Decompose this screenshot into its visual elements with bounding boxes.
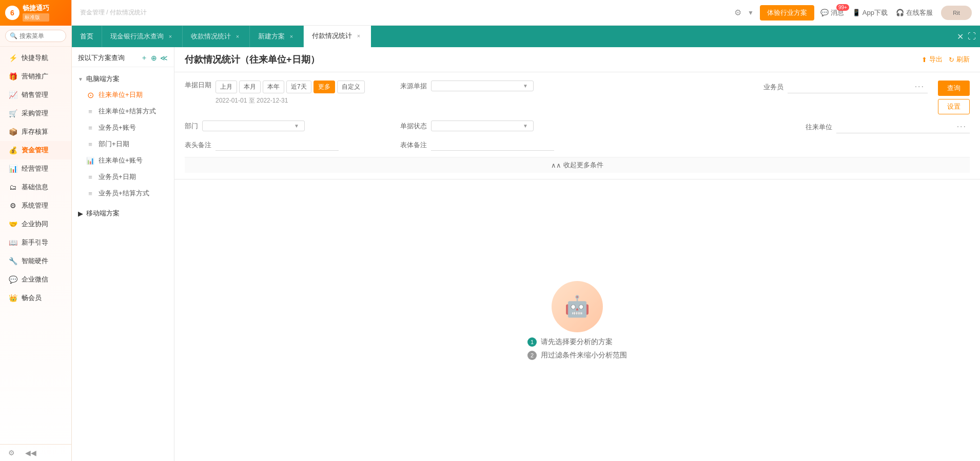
messages-button[interactable]: 💬 消息 99+ [820,8,844,17]
collapse-filter-button[interactable]: ∧∧ 收起更多条件 [185,157,970,173]
tab-receipt[interactable]: 收款情况统计 × [183,26,250,47]
sidebar-item-member[interactable]: 👑 畅会员 [0,289,71,307]
topbar-right: 💬 消息 99+ 📱 App下载 🎧 在线客服 Rit [820,6,972,20]
page-title: 付款情况统计（往来单位+日期） [185,53,320,66]
pc-scheme-title[interactable]: ▼ 电脑端方案 [72,71,174,87]
body-note-input[interactable] [431,139,554,151]
online-service-button[interactable]: 🎧 在线客服 [896,8,933,17]
dept-group: 部门 ▼ [185,121,390,131]
inventory-icon: 📦 [8,128,17,136]
sidebar-label-basic: 基础信息 [22,183,48,192]
add-scheme-icon[interactable]: ＋ [141,53,148,63]
topbar-dropdown-icon[interactable]: ▼ [748,9,754,16]
sidebar-label-weixin: 企业微信 [22,275,48,284]
partner-date-icon: ⊙ [86,91,94,99]
maximize-window-icon[interactable]: ⛶ [968,32,976,41]
settings-footer-icon[interactable]: ⚙ [8,449,15,457]
sidebar-label-sales: 销售管理 [22,90,48,99]
service-icon: 🎧 [896,9,904,16]
enterprise-icon: 🤝 [8,220,17,228]
tab-window-buttons: ✕ ⛶ [953,26,980,47]
partner-ellipsis-btn[interactable]: ··· [957,122,967,131]
collapse-sidebar-icon[interactable]: ◀◀ [25,449,36,457]
close-window-icon[interactable]: ✕ [957,32,964,42]
tab-new-scheme-close[interactable]: × [288,33,295,40]
collapse-panel-icon[interactable]: ≪ [160,54,168,62]
staff-input-area: ··· [788,81,928,93]
scheme-item-partner-account[interactable]: 📊 往来单位+账号 [72,152,174,169]
app-download-button[interactable]: 📱 App下载 [852,8,888,17]
partner-input-area: ··· [836,121,970,133]
dept-date-label: 部门+日期 [99,139,129,149]
topbar-settings-icon[interactable]: ⚙ [734,8,741,17]
sidebar-item-basic[interactable]: 🗂 基础信息 [0,178,71,196]
system-icon: ⚙ [8,202,17,210]
sidebar-item-finance[interactable]: 💰 资金管理 [0,141,71,159]
app-download-label: App下载 [863,8,888,17]
search-input[interactable] [19,32,61,39]
sidebar-item-sales[interactable]: 📈 销售管理 [0,86,71,104]
sidebar-item-inventory[interactable]: 📦 库存核算 [0,123,71,141]
query-button[interactable]: 查询 [938,81,970,96]
sidebar-nav: ⚡ 快捷导航 🎁 营销推广 📈 销售管理 🛒 采购管理 📦 库存核算 💰 资金管… [0,47,71,444]
tab-new-scheme[interactable]: 新建方案 × [250,26,304,47]
search-box[interactable]: 🔍 [5,30,66,42]
refresh-icon: ↻ [949,56,954,64]
sidebar-item-operations[interactable]: 📊 经营管理 [0,159,71,178]
sales-icon: 📈 [8,91,17,99]
sidebar-item-system[interactable]: ⚙ 系统管理 [0,196,71,215]
staff-ellipsis-btn[interactable]: ··· [915,82,925,91]
user-avatar[interactable]: Rit [941,6,972,20]
date-btn-custom[interactable]: 自定义 [337,81,365,93]
empty-state: 🤖 1 请先选择要分析的方案 2 用过滤条件来缩小分析范围 [174,179,980,461]
voucher-status-label: 单据状态 [400,122,427,131]
source-label: 来源单据 [400,82,427,91]
sidebar-item-hardware[interactable]: 🔧 智能硬件 [0,252,71,270]
sidebar-logo: 6 畅捷通巧 标准版 [0,0,71,26]
tab-cashflow[interactable]: 现金银行流水查询 × [102,26,183,47]
source-select[interactable]: ▼ [431,81,534,91]
phone-icon: 📱 [852,9,860,16]
tab-home[interactable]: 首页 [72,26,102,47]
scheme-item-partner-date[interactable]: ⊙ 往来单位+日期 [72,87,174,103]
sidebar-item-enterprise[interactable]: 🤝 企业协同 [0,215,71,233]
date-btn-last-month[interactable]: 上月 [215,81,237,93]
export-button[interactable]: ⬆ 导出 [922,55,943,64]
voucher-status-select[interactable]: ▼ [431,121,534,131]
header-note-input[interactable] [215,139,339,151]
staff-settle-label: 业务员+结算方式 [99,189,149,198]
scheme-item-staff-settle[interactable]: ≡ 业务员+结算方式 [72,185,174,202]
refresh-button[interactable]: ↻ 刷新 [949,55,970,64]
filter-row-1: 单据日期 上月 本月 本年 近7天 更多 自定义 2022-01-01 至 20… [185,81,970,114]
sidebar-footer: ⚙ ◀◀ [0,444,71,461]
tab-receipt-label: 收款情况统计 [191,32,231,41]
staff-settle-icon: ≡ [86,189,94,197]
settings-button[interactable]: 设置 [938,99,970,114]
sidebar-label-finance: 资金管理 [22,146,48,155]
sidebar-item-guide[interactable]: 📖 新手引导 [0,233,71,252]
voucher-date-label: 单据日期 [185,81,211,90]
sidebar-item-marketing[interactable]: 🎁 营销推广 [0,67,71,86]
dept-select[interactable]: ▼ [202,121,305,131]
date-btn-7days[interactable]: 近7天 [286,81,311,93]
date-btn-more[interactable]: 更多 [313,81,335,93]
trial-button[interactable]: 体验行业方案 [760,5,814,21]
scheme-item-staff-date[interactable]: ≡ 业务员+日期 [72,169,174,185]
sidebar-item-weixin[interactable]: 💬 企业微信 [0,270,71,289]
sidebar-item-purchase[interactable]: 🛒 采购管理 [0,104,71,123]
tab-cashflow-close[interactable]: × [167,33,174,40]
hardware-icon: 🔧 [8,257,17,265]
scheme-item-partner-settle[interactable]: ≡ 往来单位+结算方式 [72,103,174,119]
mobile-scheme-title[interactable]: ▶ 移动端方案 [78,209,168,218]
date-btn-this-month[interactable]: 本月 [239,81,261,93]
pc-section-label: 电脑端方案 [86,74,120,84]
tab-payment[interactable]: 付款情况统计 × [304,26,371,47]
right-content: 付款情况统计（往来单位+日期） ⬆ 导出 ↻ 刷新 [174,47,980,461]
date-btn-this-year[interactable]: 本年 [263,81,284,93]
scheme-item-staff-account[interactable]: ≡ 业务员+账号 [72,119,174,136]
sidebar-item-quick-nav[interactable]: ⚡ 快捷导航 [0,49,71,67]
scheme-settings-icon[interactable]: ⊕ [151,54,157,62]
tab-payment-close[interactable]: × [355,32,362,39]
scheme-item-dept-date[interactable]: ≡ 部门+日期 [72,136,174,152]
tab-receipt-close[interactable]: × [234,33,241,40]
